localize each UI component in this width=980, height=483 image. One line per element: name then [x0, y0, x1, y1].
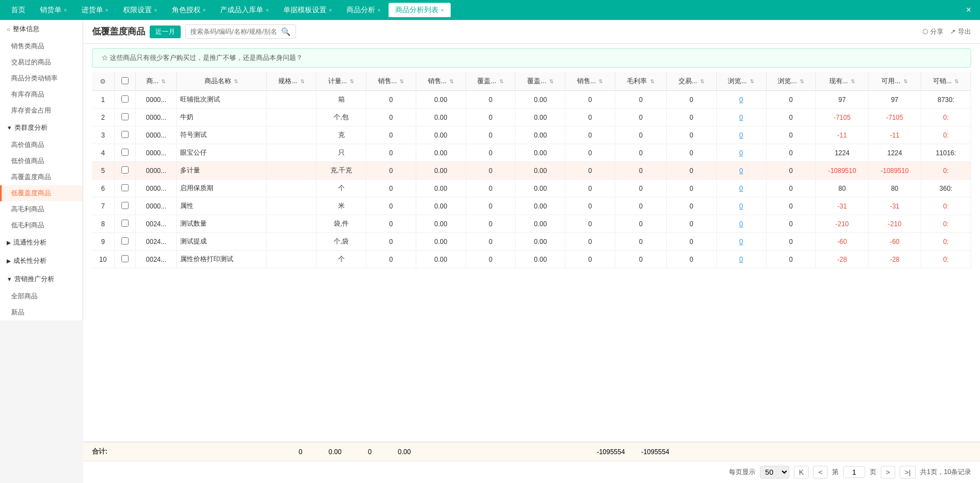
nav-template-settings[interactable]: 单据模板设置 ×	[277, 3, 339, 17]
cell-browse1[interactable]: 0	[716, 180, 766, 197]
nav-permission-settings[interactable]: 权限设置 ×	[116, 3, 164, 17]
sidebar-item-high-value[interactable]: 高价值商品	[0, 137, 83, 153]
nav-close-purchase-order[interactable]: ×	[105, 7, 109, 13]
sidebar-item-traded-goods[interactable]: 交易过的商品	[0, 54, 83, 70]
row-checkbox[interactable]	[121, 149, 129, 156]
sidebar-section-marketing[interactable]: ▼ 营销推广分析	[0, 270, 83, 288]
row-checkbox[interactable]	[121, 184, 129, 191]
settings-icon[interactable]: ⚙	[100, 78, 106, 85]
nav-close-permission[interactable]: ×	[154, 7, 157, 13]
export-button[interactable]: ↗ 导出	[950, 27, 971, 37]
nav-close-inbound[interactable]: ×	[266, 7, 269, 13]
sidebar-item-high-coverage[interactable]: 高覆盖度商品	[0, 169, 83, 185]
cell-checkbox[interactable]	[114, 109, 136, 126]
row-checkbox[interactable]	[121, 220, 129, 227]
next-page-btn[interactable]: >	[881, 466, 895, 479]
cell-browse1[interactable]: 0	[716, 144, 766, 162]
cell-checkbox[interactable]	[114, 162, 136, 180]
sidebar-item-new-goods[interactable]: 新品	[0, 304, 83, 321]
nav-close-analysis-list[interactable]: ×	[441, 7, 444, 13]
cell-name: 测试数量	[177, 215, 267, 233]
nav-close-template[interactable]: ×	[329, 7, 332, 13]
sidebar-item-capital-usage[interactable]: 库存资金占用	[0, 103, 83, 119]
nav-product-analysis-list[interactable]: 商品分析列表 ×	[389, 3, 451, 17]
cell-checkbox[interactable]	[114, 197, 136, 215]
nav-purchase-order[interactable]: 进货单 ×	[75, 3, 115, 17]
sidebar-item-low-profit[interactable]: 低毛利商品	[0, 217, 83, 233]
row-checkbox[interactable]	[121, 237, 129, 245]
cell-browse1[interactable]: 0	[716, 162, 766, 180]
last-page-btn[interactable]: >|	[900, 466, 916, 479]
sidebar-item-low-coverage[interactable]: 低覆盖度商品	[0, 185, 83, 201]
cell-checkbox[interactable]	[114, 91, 136, 109]
th-browse2[interactable]: 浏览... ⇅	[766, 72, 816, 91]
cell-browse1[interactable]: 0	[716, 197, 766, 215]
nav-home[interactable]: 首页	[4, 3, 32, 17]
cell-checkbox[interactable]	[114, 180, 136, 197]
th-coverage2[interactable]: 覆盖... ⇅	[515, 72, 565, 91]
nav-product-analysis[interactable]: 商品分析 ×	[340, 3, 387, 17]
nav-close-sales-order[interactable]: ×	[64, 7, 67, 13]
sidebar-item-low-value[interactable]: 低价值商品	[0, 153, 83, 169]
sidebar-item-category-rate[interactable]: 商品分类动销率	[0, 70, 83, 87]
th-sales2[interactable]: 销售... ⇅	[565, 72, 615, 91]
cell-checkbox[interactable]	[114, 215, 136, 233]
cell-browse1[interactable]: 0	[716, 215, 766, 233]
row-checkbox[interactable]	[121, 95, 129, 103]
first-page-btn[interactable]: K	[794, 466, 809, 479]
row-checkbox[interactable]	[121, 255, 129, 262]
th-code[interactable]: 商... ⇅	[136, 72, 177, 91]
sidebar-section-flow[interactable]: ▶ 流通性分析	[0, 233, 83, 252]
nav-close-role[interactable]: ×	[203, 7, 206, 13]
sidebar-item-sales-goods[interactable]: 销售类商品	[0, 38, 83, 54]
sidebar-section-abc[interactable]: ▼ 类群度分析	[0, 119, 83, 137]
cell-browse1[interactable]: 0	[716, 251, 766, 268]
sidebar-section-overall[interactable]: « 整体信息	[0, 20, 83, 38]
th-gross-rate[interactable]: 毛利率 ⇅	[615, 72, 667, 91]
row-checkbox[interactable]	[121, 131, 129, 138]
date-filter-button[interactable]: 近一月	[150, 26, 181, 38]
row-checkbox[interactable]	[121, 202, 129, 209]
row-checkbox[interactable]	[121, 113, 129, 120]
cell-browse1[interactable]: 0	[716, 233, 766, 251]
th-coverage1[interactable]: 覆盖... ⇅	[466, 72, 515, 91]
sidebar-item-high-profit[interactable]: 高毛利商品	[0, 201, 83, 217]
search-icon[interactable]: 🔍	[281, 27, 290, 36]
sidebar-item-all-goods[interactable]: 全部商品	[0, 288, 83, 304]
select-all-checkbox[interactable]	[121, 77, 129, 84]
sidebar-section-growth[interactable]: ▶ 成长性分析	[0, 252, 83, 270]
nav-sales-order[interactable]: 销货单 ×	[33, 3, 74, 17]
nav-close-analysis[interactable]: ×	[377, 7, 381, 13]
cell-checkbox[interactable]	[114, 251, 136, 268]
cell-checkbox[interactable]	[114, 144, 136, 162]
th-name[interactable]: 商品名称 ⇅	[177, 72, 267, 91]
prev-page-btn[interactable]: <	[813, 466, 828, 479]
nav-product-inbound[interactable]: 产成品入库单 ×	[213, 3, 275, 17]
row-checkbox[interactable]	[121, 166, 129, 174]
search-input[interactable]	[190, 28, 279, 35]
cell-checkbox[interactable]	[114, 233, 136, 251]
per-page-select[interactable]: 50 20 100 200	[760, 466, 789, 479]
cell-browse1[interactable]: 0	[716, 126, 766, 144]
cell-sellable: 0:	[921, 109, 971, 126]
page-input[interactable]	[843, 466, 865, 478]
th-transaction[interactable]: 交易... ⇅	[666, 72, 716, 91]
cell-checkbox[interactable]	[114, 126, 136, 144]
sidebar-item-in-stock[interactable]: 有库存商品	[0, 87, 83, 103]
window-close-btn[interactable]: ×	[962, 5, 976, 15]
cell-browse1[interactable]: 0	[716, 109, 766, 126]
th-sellable[interactable]: 可销... ⇅	[921, 72, 971, 91]
cell-unit: 只	[317, 144, 366, 162]
nav-role-auth[interactable]: 角色授权 ×	[165, 3, 213, 17]
cell-browse1[interactable]: 0	[716, 91, 766, 109]
th-sales-qty[interactable]: 销售... ⇅	[366, 72, 416, 91]
th-checkbox[interactable]	[114, 72, 136, 91]
th-available[interactable]: 可用... ⇅	[869, 72, 921, 91]
th-browse1[interactable]: 浏览... ⇅	[716, 72, 766, 91]
th-unit[interactable]: 计量... ⇅	[317, 72, 366, 91]
th-settings[interactable]: ⚙	[92, 72, 114, 91]
share-button[interactable]: ⬡ 分享	[922, 27, 943, 37]
th-current-stock[interactable]: 现有... ⇅	[816, 72, 869, 91]
th-spec[interactable]: 规格... ⇅	[267, 72, 317, 91]
th-sales-amt[interactable]: 销售... ⇅	[416, 72, 466, 91]
